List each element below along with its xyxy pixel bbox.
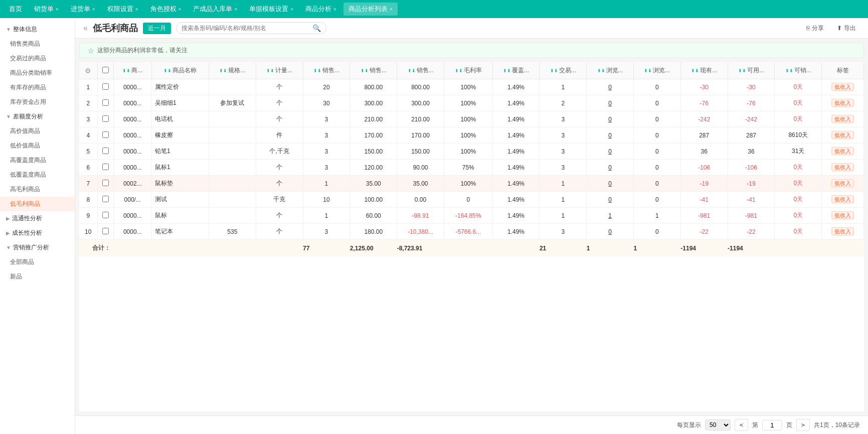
nav-products-close[interactable]: ×: [234, 7, 237, 12]
col-coverage-header[interactable]: ⬆⬇覆盖...: [492, 62, 540, 79]
sidebar-group-marketing[interactable]: ▼ 营销推广分析: [0, 240, 75, 255]
cell-checkbox[interactable]: [97, 79, 113, 95]
row-checkbox[interactable]: [102, 148, 109, 154]
sidebar-group-growth[interactable]: ▶ 成长性分析: [0, 226, 75, 240]
browse1-link[interactable]: 0: [608, 100, 612, 107]
sidebar-item-sales-goods[interactable]: 销售类商品: [0, 37, 75, 51]
next-page-button[interactable]: ＞: [796, 419, 810, 431]
col-unit-header[interactable]: ⬆⬇计量...: [256, 62, 303, 79]
sidebar-item-in-stock[interactable]: 有库存的商品: [0, 80, 75, 95]
cell-browse1[interactable]: 0: [587, 79, 634, 95]
sidebar-collapse-button[interactable]: «: [83, 24, 88, 33]
search-input[interactable]: [182, 25, 312, 32]
col-name-header[interactable]: ⬆⬇商品名称: [151, 62, 209, 79]
cell-checkbox[interactable]: [97, 208, 113, 224]
sidebar-group-margin-analysis[interactable]: ▼ 差额度分析: [0, 109, 75, 124]
nav-roles-close[interactable]: ×: [179, 7, 182, 12]
browse1-link[interactable]: 0: [608, 132, 612, 139]
select-all-checkbox[interactable]: [102, 67, 109, 73]
col-checkbox[interactable]: [97, 62, 113, 79]
row-checkbox[interactable]: [102, 228, 109, 234]
cell-checkbox[interactable]: [97, 111, 113, 127]
sidebar-item-high-coverage[interactable]: 高覆盖度商品: [0, 153, 75, 168]
browse1-link[interactable]: 0: [608, 164, 612, 171]
cell-browse1[interactable]: 0: [587, 224, 634, 240]
row-checkbox[interactable]: [102, 83, 109, 90]
row-checkbox[interactable]: [102, 164, 109, 170]
nav-products[interactable]: 产成品入库单 ×: [188, 3, 242, 16]
row-checkbox[interactable]: [102, 115, 109, 122]
export-button[interactable]: ⬆ 导出: [833, 23, 860, 34]
col-margin-header[interactable]: ⬆⬇毛利率: [444, 62, 492, 79]
cell-checkbox[interactable]: [97, 95, 113, 111]
cell-browse1[interactable]: 0: [587, 176, 634, 192]
col-trade-header[interactable]: ⬆⬇交易...: [540, 62, 587, 79]
cell-browse1[interactable]: 0: [587, 143, 634, 160]
cell-checkbox[interactable]: [97, 176, 113, 192]
nav-roles[interactable]: 角色授权 ×: [145, 3, 187, 16]
cell-checkbox[interactable]: [97, 192, 113, 208]
nav-templates-close[interactable]: ×: [290, 7, 293, 12]
sidebar-group-general-info[interactable]: ▼ 整体信息: [0, 22, 75, 37]
cell-browse1[interactable]: 0: [587, 192, 634, 208]
col-available-header[interactable]: ⬆⬇可用...: [728, 62, 775, 79]
sidebar-item-high-value[interactable]: 高价值商品: [0, 124, 75, 138]
row-checkbox[interactable]: [102, 131, 109, 138]
col-browse2-header[interactable]: ⬆⬇浏览...: [633, 62, 680, 79]
nav-purchase-close[interactable]: ×: [92, 7, 95, 12]
nav-sales[interactable]: 销货单 ×: [29, 3, 64, 16]
row-checkbox[interactable]: [102, 99, 109, 106]
browse1-link[interactable]: 0: [608, 84, 612, 91]
row-checkbox[interactable]: [102, 180, 109, 186]
nav-home[interactable]: 首页: [4, 3, 27, 16]
nav-analysis-list-close[interactable]: ×: [390, 7, 393, 12]
nav-purchase[interactable]: 进货单 ×: [66, 3, 100, 16]
sidebar-item-new-goods[interactable]: 新品: [0, 269, 75, 284]
cell-checkbox[interactable]: [97, 143, 113, 160]
sidebar-item-traded-goods[interactable]: 交易过的商品: [0, 51, 75, 66]
cell-checkbox[interactable]: [97, 127, 113, 143]
browse1-link[interactable]: 0: [608, 196, 612, 203]
cell-checkbox[interactable]: [97, 160, 113, 176]
nav-analysis[interactable]: 商品分析 ×: [300, 3, 341, 16]
cell-browse1[interactable]: 1: [587, 208, 634, 224]
col-saleable-header[interactable]: ⬆⬇可销...: [775, 62, 822, 79]
sidebar-item-low-margin[interactable]: 低毛利商品: [0, 197, 75, 211]
settings-icon[interactable]: ⚙: [85, 67, 91, 75]
sidebar-item-low-coverage[interactable]: 低覆盖度商品: [0, 168, 75, 182]
col-stock-header[interactable]: ⬆⬇现有...: [680, 62, 728, 79]
row-checkbox[interactable]: [102, 212, 109, 218]
cell-browse1[interactable]: 0: [587, 160, 634, 176]
sidebar-item-low-value[interactable]: 低价值商品: [0, 138, 75, 153]
cell-browse1[interactable]: 0: [587, 111, 634, 127]
cell-checkbox[interactable]: [97, 224, 113, 240]
col-browse1-header[interactable]: ⬆⬇浏览...: [587, 62, 634, 79]
browse1-link[interactable]: 0: [608, 180, 612, 187]
sidebar-item-all-goods[interactable]: 全部商品: [0, 255, 75, 269]
browse1-link[interactable]: 0: [608, 116, 612, 123]
sidebar-item-stock-funds[interactable]: 库存资金占用: [0, 95, 75, 109]
cell-browse1[interactable]: 0: [587, 127, 634, 143]
page-number-input[interactable]: [762, 420, 782, 430]
sidebar-item-high-margin[interactable]: 高毛利商品: [0, 182, 75, 197]
cell-browse1[interactable]: 0: [587, 95, 634, 111]
sidebar-item-category-rate[interactable]: 商品分类助销率: [0, 66, 75, 80]
col-settings[interactable]: ⚙: [79, 62, 97, 79]
nav-analysis-list[interactable]: 商品分析列表 ×: [343, 3, 398, 16]
nav-permissions-close[interactable]: ×: [135, 7, 138, 12]
search-icon[interactable]: 🔍: [312, 24, 321, 32]
date-filter-button[interactable]: 近一月: [143, 23, 171, 34]
nav-sales-close[interactable]: ×: [56, 7, 59, 12]
browse1-link[interactable]: 0: [608, 228, 612, 235]
col-sales-count-header[interactable]: ⬆⬇销售...: [303, 62, 350, 79]
col-code-header[interactable]: ⬆⬇商...: [113, 62, 151, 79]
col-spec-header[interactable]: ⬆⬇规格...: [209, 62, 256, 79]
row-checkbox[interactable]: [102, 196, 109, 202]
browse1-link[interactable]: 1: [608, 212, 612, 219]
nav-analysis-close[interactable]: ×: [333, 7, 336, 12]
nav-permissions[interactable]: 权限设置 ×: [102, 3, 143, 16]
col-tag-header[interactable]: 标签: [822, 62, 864, 79]
col-sales-amount-header[interactable]: ⬆⬇销售...: [350, 62, 397, 79]
share-button[interactable]: ⎘ 分享: [802, 23, 828, 34]
prev-page-button[interactable]: ＜: [735, 419, 748, 431]
